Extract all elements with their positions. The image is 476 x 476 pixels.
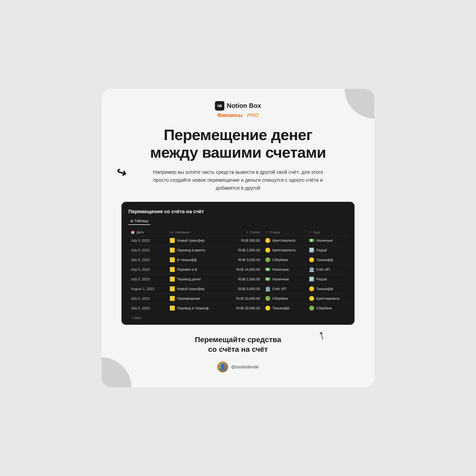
new-row-button[interactable]: + New [128, 313, 348, 320]
cell-from: 🟡 Криптовалюта [263, 245, 306, 255]
brand-name: Notion Box [227, 102, 261, 110]
to-icon: 🟢 [309, 306, 314, 310]
cell-from: 🟡 Криптовалюта [263, 236, 306, 245]
cell-from: 🟢 Сбербанк [263, 294, 306, 303]
from-icon: 🟢 [265, 296, 270, 301]
bottom-section: ↑ Перемещайте средствасо счёта на счёт 👤… [121, 335, 355, 372]
cell-amount: RUB 20,000.00 [219, 303, 263, 313]
table-row: July 5, 2023 🟨 Новый трансфер RUB 500.00… [128, 236, 348, 245]
cell-to: 🟡 Криптовалюта [306, 294, 348, 303]
cell-from: 💵 Наличные [263, 274, 306, 284]
footer-user: 👤 @ssobolevski [217, 361, 259, 372]
cell-amount: RUB 2,000.00 [219, 245, 263, 255]
to-icon: 💵 [309, 238, 314, 243]
name-icon: 🟨 [170, 287, 175, 291]
transfers-table: 📅 Дата Aa Название # Сумма ↗ Откуда [128, 229, 348, 313]
to-icon: 🅿️ [309, 248, 314, 252]
table-row: July 5, 2023 🟨 Перемещение RUB 10,000.00… [128, 294, 348, 303]
main-title: Перемещение денегмежду вашими счетами [150, 126, 326, 161]
header: NB Notion Box Финансы PRO [215, 101, 261, 119]
cell-name: 🟨 Перевод в крипту [167, 245, 219, 255]
cell-name: 🟨 Новый трансфер [167, 236, 219, 245]
name-icon: 🟨 [170, 277, 175, 281]
table-row: July 5, 2023 🟨 Перевод в крипту RUB 2,00… [128, 245, 348, 255]
cell-date: August 1, 2023 [128, 284, 167, 294]
to-icon: 🟡 [309, 258, 314, 262]
table-row: July 5, 2023 🟨 Перевёл в $ RUB 14,000.00… [128, 265, 348, 274]
col-header-amount: # Сумма [219, 229, 263, 236]
table-row: July 5, 2023 🟨 Перевод денег RUB 2,000.0… [128, 274, 348, 284]
to-icon: 🏦 [309, 267, 314, 272]
brand-subtitle: Финансы PRO [217, 112, 259, 119]
cell-to: 🟡 Тинькофф [306, 255, 348, 265]
col-header-from: ↗ Откуда [263, 229, 306, 236]
to-icon: 🟡 [309, 296, 314, 301]
cell-from: 🟢 Сбербанк [263, 255, 306, 265]
cell-amount: RUB 14,000.00 [219, 265, 263, 274]
cell-from: 🏦 Счёт ИП [263, 284, 306, 294]
cell-name: 🟨 Перевод в Тинькоф [167, 303, 219, 313]
cell-name: 🟨 Новый трансфер [167, 284, 219, 294]
from-icon: 💵 [265, 277, 270, 281]
cell-from: 💵 Наличные [263, 265, 306, 274]
name-icon: 🟨 [170, 248, 175, 252]
to-icon: 🟡 [309, 287, 314, 291]
from-icon: 💵 [265, 267, 270, 272]
from-icon: 🟡 [265, 248, 270, 252]
avatar: 👤 [217, 361, 228, 372]
brand-logo: NB [215, 101, 224, 111]
name-icon: 🟨 [170, 238, 175, 243]
cell-amount: RUB 3,000.00 [219, 255, 263, 265]
from-icon: 🟡 [265, 306, 270, 310]
cell-amount: RUB 2,000.00 [219, 274, 263, 284]
cell-name: 🟨 Перевёл в $ [167, 265, 219, 274]
cell-date: July 5, 2023 [128, 274, 167, 284]
col-header-name: Aa Название [167, 229, 219, 236]
cell-name: 🟨 Перемещение [167, 294, 219, 303]
arrow-left-decoration: ↪ [115, 164, 128, 180]
description-text: Например вы хотите часть средств вывести… [151, 168, 325, 192]
cell-to: 🟢 Сбербанк [306, 303, 348, 313]
username: @ssobolevski [231, 364, 259, 370]
cell-from: 🟡 Тинькофф [263, 303, 306, 313]
cell-to: 🏦 Счёт ИП [306, 265, 348, 274]
cell-to: 🅿️ Paypal [306, 245, 348, 255]
bottom-text: Перемещайте средствасо счёта на счёт [195, 335, 281, 354]
cell-name: 🟨 В тинькофф [167, 255, 219, 265]
cell-to: 🟡 Тинькофф [306, 284, 348, 294]
cell-date: July 5, 2023 [128, 265, 167, 274]
table-container: Перемещения со счёта на счёт ⊞ Таблица 📅… [121, 202, 355, 325]
cell-amount: RUB 3,000.00 [219, 284, 263, 294]
to-icon: 🅿️ [309, 277, 314, 281]
cell-name: 🟨 Перевод денег [167, 274, 219, 284]
cell-to: 💵 Наличные [306, 236, 348, 245]
cell-date: July 5, 2023 [128, 236, 167, 245]
cell-date: July 5, 2023 [128, 294, 167, 303]
arrow-right-decoration: ↑ [317, 327, 327, 343]
name-icon: 🟨 [170, 258, 175, 262]
name-icon: 🟨 [170, 296, 175, 301]
cell-date: July 5, 2023 [128, 303, 167, 313]
table-title: Перемещения со счёта на счёт [128, 209, 348, 214]
cell-amount: RUB 10,000.00 [219, 294, 263, 303]
col-header-to: ↗ Куда [306, 229, 348, 236]
name-icon: 🟨 [170, 267, 175, 272]
main-card: NB Notion Box Финансы PRO ↪ Перемещение … [102, 89, 374, 387]
table-tab[interactable]: ⊞ Таблица [128, 218, 150, 225]
table-row: July 5, 2023 🟨 В тинькофф RUB 3,000.00 🟢… [128, 255, 348, 265]
from-icon: 🟢 [265, 258, 270, 262]
cell-to: 🅿️ Paypal [306, 274, 348, 284]
table-row: July 5, 2023 🟨 Перевод в Тинькоф RUB 20,… [128, 303, 348, 313]
from-icon: 🟡 [265, 238, 270, 243]
from-icon: 🏦 [265, 287, 270, 291]
cell-amount: RUB 500.00 [219, 236, 263, 245]
table-icon: ⊞ [130, 219, 133, 223]
cell-date: July 5, 2023 [128, 245, 167, 255]
brand-row: NB Notion Box [215, 101, 261, 111]
name-icon: 🟨 [170, 306, 175, 310]
cell-date: July 5, 2023 [128, 255, 167, 265]
col-header-date: 📅 Дата [128, 229, 167, 236]
table-row: August 1, 2023 🟨 Новый трансфер RUB 3,00… [128, 284, 348, 294]
